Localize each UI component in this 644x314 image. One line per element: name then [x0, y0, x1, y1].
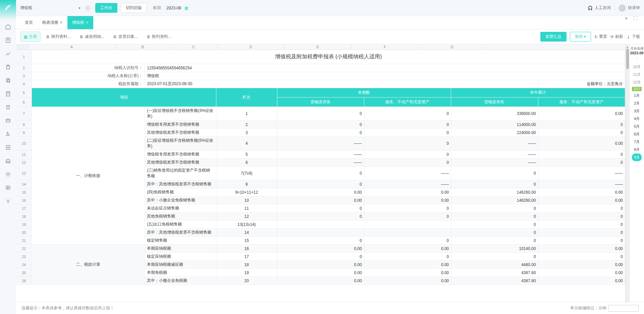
value-cell[interactable]: [364, 229, 451, 237]
value-cell[interactable]: 4387.80: [451, 269, 538, 277]
month-item[interactable]: 6月: [630, 130, 644, 138]
row-header[interactable]: 8: [16, 121, 32, 129]
value-cell[interactable]: 0.00: [277, 261, 364, 269]
row-header[interactable]: 16: [16, 196, 32, 204]
scroll-thumb[interactable]: [626, 49, 629, 69]
col-num-cell[interactable]: 11: [216, 204, 277, 212]
month-item[interactable]: 11月: [630, 71, 644, 78]
nav-v-icon[interactable]: [4, 197, 12, 205]
value-cell[interactable]: 0: [451, 167, 538, 180]
month-item[interactable]: 2月: [630, 100, 644, 107]
value-cell[interactable]: 0: [364, 159, 451, 167]
value-cell[interactable]: 0.00: [277, 196, 364, 204]
col-num-cell[interactable]: 1: [216, 107, 277, 121]
row-header[interactable]: 26: [16, 277, 32, 285]
col-num-cell[interactable]: 15: [216, 237, 277, 245]
value-cell[interactable]: 0.00: [364, 188, 451, 196]
month-item[interactable]: 10月: [630, 63, 644, 71]
item-cell[interactable]: 其中：其他增值税发票不含税销售额: [145, 180, 216, 188]
consult-link[interactable]: 🎧 人工咨询: [588, 5, 611, 11]
value-cell[interactable]: 0.00: [364, 269, 451, 277]
value-cell[interactable]: [277, 221, 364, 229]
value-cell[interactable]: ——: [277, 137, 364, 150]
item-cell[interactable]: 本期应纳税额减征额: [145, 261, 216, 269]
subtab-exempt[interactable]: 🗎减免明细...: [76, 32, 108, 42]
prev-year-icon[interactable]: ⌃: [635, 56, 639, 63]
value-cell[interactable]: 0: [538, 221, 625, 229]
download-button[interactable]: ⭳下载: [627, 34, 640, 40]
subtab-invoice[interactable]: 🗎发票归集...: [110, 32, 141, 42]
nav-hand-icon[interactable]: [4, 130, 12, 138]
value-cell[interactable]: 0.00: [538, 269, 625, 277]
row-header[interactable]: 21: [16, 237, 32, 245]
row-header[interactable]: 14: [16, 180, 32, 188]
col-num-cell[interactable]: 9=10+11+12: [216, 188, 277, 196]
subtab-appendix1[interactable]: 🗎附列资料...: [43, 32, 74, 42]
col-header[interactable]: G: [419, 44, 486, 50]
row-header[interactable]: 2: [16, 64, 32, 72]
col-num-cell[interactable]: 14: [216, 229, 277, 237]
value-cell[interactable]: 0: [277, 107, 364, 121]
spreadsheet[interactable]: B C D E F G A 1增值税及附加税费申报表 (小规模纳税人适用) 2纳…: [16, 44, 625, 302]
value-cell[interactable]: 0: [538, 159, 625, 167]
value-cell[interactable]: 0.00: [538, 107, 625, 121]
value-cell[interactable]: 0: [277, 167, 364, 180]
value-cell[interactable]: 0: [277, 129, 364, 137]
nav-inbox-icon[interactable]: [4, 157, 12, 165]
row-header[interactable]: 5: [16, 88, 32, 98]
item-cell[interactable]: (二)应征增值税不含税销售额(5%征收率): [145, 137, 216, 150]
value-cell[interactable]: 146260.00: [451, 188, 538, 196]
col-num-cell[interactable]: 7(7≥8): [216, 167, 277, 180]
month-item[interactable]: 7月: [630, 138, 644, 146]
month-item[interactable]: 4月: [630, 115, 644, 123]
row-header[interactable]: 15: [16, 188, 32, 196]
nav-money-icon[interactable]: [4, 63, 12, 71]
month-item[interactable]: 8月: [630, 146, 644, 153]
value-cell[interactable]: 0: [451, 237, 538, 245]
item-cell[interactable]: 本期应纳税额: [145, 245, 216, 253]
col-num-cell[interactable]: 18: [216, 261, 277, 269]
value-cell[interactable]: 0: [538, 212, 625, 221]
col-header[interactable]: C: [170, 44, 217, 50]
item-cell[interactable]: 其他免税销售额: [145, 212, 216, 221]
value-cell[interactable]: 114000.00: [451, 121, 538, 129]
col-num-cell[interactable]: 4: [216, 137, 277, 150]
row-header[interactable]: 22: [16, 245, 32, 253]
value-cell[interactable]: 0.00: [364, 245, 451, 253]
value-cell[interactable]: 0: [364, 137, 451, 150]
nav-settings-icon[interactable]: [4, 170, 12, 178]
row-header[interactable]: 4: [16, 80, 32, 88]
value-cell[interactable]: 0: [451, 212, 538, 221]
invoice-summary-button[interactable]: 发票汇总: [540, 32, 567, 42]
value-cell[interactable]: 0: [277, 180, 364, 188]
next-year-icon[interactable]: ⌄: [635, 161, 639, 168]
value-cell[interactable]: 0: [538, 121, 625, 129]
col-header[interactable]: D: [217, 44, 284, 50]
value-cell[interactable]: 0.00: [538, 137, 625, 150]
nav-chart-icon[interactable]: [4, 50, 12, 58]
tab-vat[interactable]: 增值税✕: [67, 16, 93, 29]
list-icon[interactable]: [84, 4, 92, 12]
value-cell[interactable]: 0.00: [364, 196, 451, 204]
value-cell[interactable]: 0: [451, 229, 538, 237]
value-cell[interactable]: ——: [451, 159, 538, 167]
item-cell[interactable]: 其中：其他增值税发票不含税销售额: [145, 229, 216, 237]
value-cell[interactable]: 0.00: [364, 261, 451, 269]
value-cell[interactable]: 0: [451, 180, 538, 188]
item-cell[interactable]: 未达起征点销售额: [145, 204, 216, 212]
close-all-icon[interactable]: ✕: [622, 16, 631, 29]
value-cell[interactable]: ——: [364, 167, 451, 180]
value-cell[interactable]: 0.00: [277, 277, 364, 285]
reset-button[interactable]: ↻重置: [594, 34, 607, 40]
month-item[interactable]: 5月: [630, 123, 644, 130]
col-num-cell[interactable]: 8: [216, 180, 277, 188]
period-start-button[interactable]: 期初 ▾: [570, 32, 591, 42]
value-cell[interactable]: 0: [277, 204, 364, 212]
value-cell[interactable]: 0: [538, 204, 625, 212]
value-cell[interactable]: 0.00: [364, 277, 451, 285]
value-cell[interactable]: 0: [364, 212, 451, 221]
value-cell[interactable]: 0: [364, 107, 451, 121]
row-header[interactable]: 13: [16, 167, 32, 180]
col-num-cell[interactable]: 19: [216, 269, 277, 277]
value-cell[interactable]: 0: [538, 229, 625, 237]
